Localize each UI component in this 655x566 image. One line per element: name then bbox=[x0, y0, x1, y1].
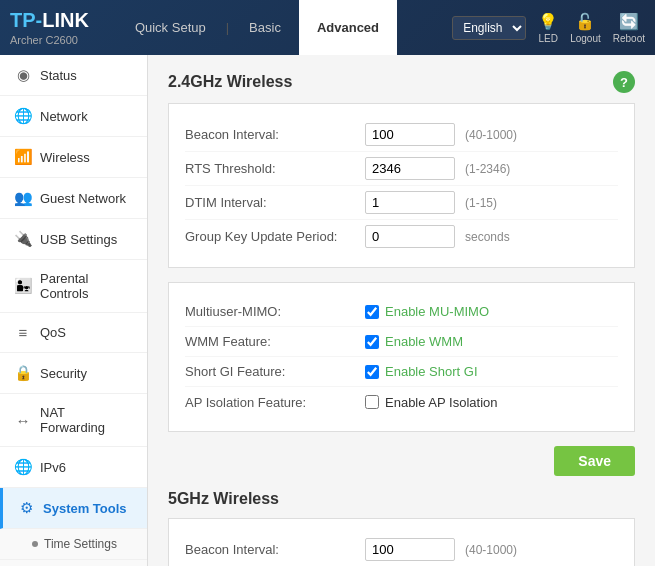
sub-item-diagnostics[interactable]: Diagnostics bbox=[0, 560, 147, 566]
main-content: 2.4GHz Wireless ? Beacon Interval: (40-1… bbox=[148, 55, 655, 566]
led-button[interactable]: 💡 LED bbox=[538, 12, 558, 44]
short-gi-label-24: Short GI Feature: bbox=[185, 364, 365, 379]
wmm-checkbox-24[interactable] bbox=[365, 335, 379, 349]
wmm-row-24: WMM Feature: Enable WMM bbox=[185, 327, 618, 357]
section-5-title: 5GHz Wireless bbox=[168, 490, 279, 508]
sidebar-item-parental-controls[interactable]: 👨‍👧 Parental Controls bbox=[0, 260, 147, 313]
guest-network-icon: 👥 bbox=[14, 189, 32, 207]
sidebar-item-ipv6[interactable]: 🌐 IPv6 bbox=[0, 447, 147, 488]
section-24-header: 2.4GHz Wireless ? bbox=[168, 71, 635, 93]
logout-icon: 🔓 bbox=[575, 12, 595, 31]
language-select[interactable]: English bbox=[452, 16, 526, 40]
beacon-interval-input-24[interactable] bbox=[365, 123, 455, 146]
main-layout: ◉ Status 🌐 Network 📶 Wireless 👥 Guest Ne… bbox=[0, 55, 655, 566]
sidebar-item-wireless[interactable]: 📶 Wireless bbox=[0, 137, 147, 178]
tab-basic[interactable]: Basic bbox=[231, 0, 299, 55]
beacon-interval-row-5: Beacon Interval: (40-1000) bbox=[185, 533, 618, 566]
short-gi-text-24: Enable Short GI bbox=[385, 364, 478, 379]
beacon-interval-hint-5: (40-1000) bbox=[465, 543, 517, 557]
sidebar-item-security[interactable]: 🔒 Security bbox=[0, 353, 147, 394]
system-tools-icon: ⚙ bbox=[17, 499, 35, 517]
wireless-icon: 📶 bbox=[14, 148, 32, 166]
wmm-checkbox-label-24[interactable]: Enable WMM bbox=[365, 334, 463, 349]
beacon-interval-hint-24: (40-1000) bbox=[465, 128, 517, 142]
section-5-header: 5GHz Wireless bbox=[168, 490, 635, 508]
ap-isolation-checkbox-24[interactable] bbox=[365, 395, 379, 409]
nav-separator-1: | bbox=[226, 20, 229, 35]
sub-dot-time bbox=[32, 541, 38, 547]
mu-mimo-checkbox-24[interactable] bbox=[365, 305, 379, 319]
sidebar: ◉ Status 🌐 Network 📶 Wireless 👥 Guest Ne… bbox=[0, 55, 148, 566]
tab-quick-setup[interactable]: Quick Setup bbox=[117, 0, 224, 55]
sidebar-item-guest-network[interactable]: 👥 Guest Network bbox=[0, 178, 147, 219]
sidebar-item-system-tools[interactable]: ⚙ System Tools bbox=[0, 488, 147, 529]
form-section-24-checkboxes: Multiuser-MIMO: Enable MU-MIMO WMM Featu… bbox=[168, 282, 635, 432]
sidebar-item-status[interactable]: ◉ Status bbox=[0, 55, 147, 96]
sidebar-item-nat-forwarding[interactable]: ↔ NAT Forwarding bbox=[0, 394, 147, 447]
mu-mimo-label-24: Multiuser-MIMO: bbox=[185, 304, 365, 319]
form-section-24-fields: Beacon Interval: (40-1000) RTS Threshold… bbox=[168, 103, 635, 268]
mu-mimo-row-24: Multiuser-MIMO: Enable MU-MIMO bbox=[185, 297, 618, 327]
sidebar-item-qos[interactable]: ≡ QoS bbox=[0, 313, 147, 353]
model-name: Archer C2600 bbox=[10, 34, 97, 46]
wmm-text-24: Enable WMM bbox=[385, 334, 463, 349]
ap-isolation-row-24: AP Isolation Feature: Enable AP Isolatio… bbox=[185, 387, 618, 417]
section-24-title: 2.4GHz Wireless bbox=[168, 73, 292, 91]
nat-icon: ↔ bbox=[14, 412, 32, 429]
group-key-row-24: Group Key Update Period: seconds bbox=[185, 220, 618, 253]
led-icon: 💡 bbox=[538, 12, 558, 31]
short-gi-checkbox-24[interactable] bbox=[365, 365, 379, 379]
beacon-interval-input-5[interactable] bbox=[365, 538, 455, 561]
tp-link-logo: TP-LINK bbox=[10, 9, 89, 32]
rts-threshold-label-24: RTS Threshold: bbox=[185, 161, 365, 176]
dtim-interval-label-24: DTIM Interval: bbox=[185, 195, 365, 210]
beacon-interval-label-5: Beacon Interval: bbox=[185, 542, 365, 557]
parental-icon: 👨‍👧 bbox=[14, 277, 32, 295]
save-button[interactable]: Save bbox=[554, 446, 635, 476]
rts-threshold-input-24[interactable] bbox=[365, 157, 455, 180]
sidebar-item-network[interactable]: 🌐 Network bbox=[0, 96, 147, 137]
reboot-icon: 🔄 bbox=[619, 12, 639, 31]
short-gi-row-24: Short GI Feature: Enable Short GI bbox=[185, 357, 618, 387]
beacon-interval-label-24: Beacon Interval: bbox=[185, 127, 365, 142]
help-icon-24[interactable]: ? bbox=[613, 71, 635, 93]
usb-icon: 🔌 bbox=[14, 230, 32, 248]
form-section-5-fields: Beacon Interval: (40-1000) RTS Threshold… bbox=[168, 518, 635, 566]
logo-block: TP-LINK Archer C2600 bbox=[10, 9, 97, 46]
short-gi-checkbox-label-24[interactable]: Enable Short GI bbox=[365, 364, 478, 379]
group-key-label-24: Group Key Update Period: bbox=[185, 229, 365, 244]
rts-threshold-row-24: RTS Threshold: (1-2346) bbox=[185, 152, 618, 186]
beacon-interval-row-24: Beacon Interval: (40-1000) bbox=[185, 118, 618, 152]
system-tools-submenu: Time Settings Diagnostics Firmware Upgra… bbox=[0, 529, 147, 566]
qos-icon: ≡ bbox=[14, 324, 32, 341]
group-key-hint-24: seconds bbox=[465, 230, 510, 244]
header: TP-LINK Archer C2600 Quick Setup | Basic… bbox=[0, 0, 655, 55]
tab-advanced[interactable]: Advanced bbox=[299, 0, 397, 55]
ap-isolation-text-24: Enable AP Isolation bbox=[385, 395, 498, 410]
sub-item-time-settings[interactable]: Time Settings bbox=[0, 529, 147, 560]
group-key-input-24[interactable] bbox=[365, 225, 455, 248]
dtim-interval-input-24[interactable] bbox=[365, 191, 455, 214]
ap-isolation-checkbox-label-24[interactable]: Enable AP Isolation bbox=[365, 395, 498, 410]
ap-isolation-label-24: AP Isolation Feature: bbox=[185, 395, 365, 410]
reboot-button[interactable]: 🔄 Reboot bbox=[613, 12, 645, 44]
ipv6-icon: 🌐 bbox=[14, 458, 32, 476]
wmm-label-24: WMM Feature: bbox=[185, 334, 365, 349]
mu-mimo-text-24: Enable MU-MIMO bbox=[385, 304, 489, 319]
main-nav: Quick Setup | Basic Advanced bbox=[117, 0, 452, 55]
security-icon: 🔒 bbox=[14, 364, 32, 382]
status-icon: ◉ bbox=[14, 66, 32, 84]
dtim-interval-row-24: DTIM Interval: (1-15) bbox=[185, 186, 618, 220]
dtim-interval-hint-24: (1-15) bbox=[465, 196, 497, 210]
sidebar-item-usb-settings[interactable]: 🔌 USB Settings bbox=[0, 219, 147, 260]
rts-threshold-hint-24: (1-2346) bbox=[465, 162, 510, 176]
network-icon: 🌐 bbox=[14, 107, 32, 125]
logout-button[interactable]: 🔓 Logout bbox=[570, 12, 601, 44]
mu-mimo-checkbox-label-24[interactable]: Enable MU-MIMO bbox=[365, 304, 489, 319]
header-right: English 💡 LED 🔓 Logout 🔄 Reboot bbox=[452, 12, 645, 44]
save-row: Save bbox=[168, 446, 635, 476]
